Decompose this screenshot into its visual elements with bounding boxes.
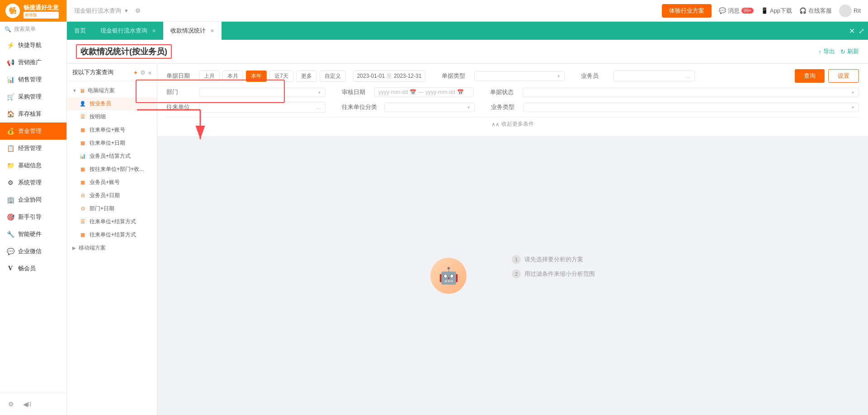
- pc-icon: 🖥: [80, 88, 85, 94]
- app-download-btn[interactable]: 📱 App下载: [761, 7, 792, 15]
- item-label: 按业务员: [90, 100, 111, 108]
- scheme-item-by-detail[interactable]: ☰ 按明细: [67, 110, 157, 123]
- marketing-icon: 📢: [6, 58, 14, 66]
- biz-type-select[interactable]: ▾: [524, 103, 859, 112]
- scheme-item-partner-account[interactable]: ▦ 往来单位+账号: [67, 123, 157, 137]
- tab-expand-icon[interactable]: ⤢: [859, 27, 864, 35]
- clock-icon: ⊙: [80, 193, 86, 199]
- main: 现金银行流水查询 ▾ ⚙ 体验行业方案 💬 消息 99+ 📱 App下载 🎧 在…: [67, 0, 868, 415]
- filter-actions: 查询 设置: [795, 69, 859, 83]
- sidebar-item-company[interactable]: 🏢 企业协同: [0, 191, 66, 208]
- calendar-icon[interactable]: 📅: [410, 89, 416, 95]
- sidebar-item-member[interactable]: V 畅会员: [0, 260, 66, 277]
- scheme-item-partner-date[interactable]: ▦ 往来单位+日期: [67, 137, 157, 150]
- date-btn-more[interactable]: 更多: [296, 71, 317, 82]
- sidebar-item-finance[interactable]: 💰 资金管理: [0, 123, 66, 140]
- scheme-add-icon[interactable]: +: [134, 69, 137, 76]
- filter-area: 单据日期 上月 本月 本年 近7天 更多 自定义 2023-01-01 至: [157, 64, 868, 137]
- salesman-select[interactable]: ...: [613, 71, 695, 81]
- hint-item-1: 1 请先选择要分析的方案: [512, 255, 583, 264]
- edition-badge: 标准版: [24, 12, 59, 19]
- tab-close-icon[interactable]: ✕: [210, 28, 214, 34]
- scheme-item-salesman-settle[interactable]: 📊 业务员+结算方式: [67, 150, 157, 163]
- sidebar-item-basic[interactable]: 📁 基础信息: [0, 157, 66, 174]
- arrow-right-icon: ▶: [72, 245, 76, 250]
- app-icon: 📱: [761, 7, 768, 14]
- scheme-settings-icon[interactable]: ⚙: [140, 69, 146, 76]
- collapse-filter-btn[interactable]: ∧∧ 收起更多条件: [166, 117, 859, 131]
- date-btn-this-month[interactable]: 本月: [222, 71, 243, 82]
- tab-collection[interactable]: 收款情况统计 ✕: [163, 22, 222, 40]
- sidebar-item-label: 智能硬件: [18, 230, 42, 238]
- date-btn-custom[interactable]: 自定义: [320, 71, 346, 82]
- scheme-item-salesman-date[interactable]: ⊙ 业务员+日期: [67, 189, 157, 202]
- quicknav-icon: ⚡: [6, 41, 14, 49]
- calendar-icon[interactable]: 📅: [457, 89, 464, 95]
- page-title: 收款情况统计(按业务员): [76, 44, 172, 59]
- basic-icon: 📁: [6, 161, 14, 170]
- scheme-group-header-mobile[interactable]: ▶ 移动端方案: [67, 241, 157, 255]
- date-btn-this-year[interactable]: 本年: [246, 71, 267, 82]
- sidebar-search[interactable]: 🔍 搜索菜单: [0, 22, 66, 37]
- page-wrapper: 收款情况统计(按业务员) ↑ 导出 ↻ 刷新 按以下方案查询 +: [67, 40, 868, 415]
- audit-date-to-placeholder: yyyy-mm-dd: [425, 89, 455, 95]
- sales-icon: 📊: [6, 75, 14, 84]
- sidebar-item-quicknav[interactable]: ⚡ 快捷导航: [0, 37, 66, 54]
- scheme-item-by-salesman[interactable]: 👤 按业务员: [67, 97, 157, 110]
- collapse-sidebar-btn[interactable]: ◀II: [21, 398, 33, 410]
- refresh-btn[interactable]: ↻ 刷新: [840, 47, 859, 56]
- scheme-item-partner-settle1[interactable]: ☰ 往来单位+结算方式: [67, 215, 157, 228]
- partner-label: 往来单位: [166, 103, 192, 111]
- date-dash: 至: [387, 72, 392, 80]
- settings-icon[interactable]: ⚙: [135, 7, 141, 14]
- sidebar-item-guide[interactable]: 🎯 新手引导: [0, 208, 66, 226]
- hardware-icon: 🔧: [6, 230, 14, 238]
- audit-date-input[interactable]: yyyy-mm-dd 📅 — yyyy-mm-dd 📅: [374, 87, 474, 97]
- query-btn[interactable]: 查询: [795, 69, 825, 83]
- dept-select[interactable]: ▾: [199, 88, 326, 97]
- date-btn-last-month[interactable]: 上月: [199, 71, 220, 82]
- settings-bottom-btn[interactable]: ⚙: [5, 398, 17, 410]
- date-to: 2023-12-31: [394, 73, 421, 79]
- sidebar-item-inventory[interactable]: 🏠 库存核算: [0, 105, 66, 123]
- date-btn-last7[interactable]: 近7天: [269, 71, 293, 82]
- biz-type-label: 业务类型: [491, 103, 516, 111]
- scheme-item-salesman-account[interactable]: ▦ 业务员+账号: [67, 176, 157, 189]
- chevron-up-icon: ∧∧: [491, 121, 500, 127]
- status-select[interactable]: ▾: [523, 88, 859, 97]
- scheme-group-header-pc[interactable]: ▼ 🖥 电脑端方案: [67, 84, 157, 97]
- sidebar-item-business[interactable]: 📋 经营管理: [0, 140, 66, 157]
- refresh-icon: ↻: [840, 48, 845, 55]
- sidebar-item-marketing[interactable]: 📢 营销推广: [0, 54, 66, 71]
- tab-home[interactable]: 首页: [67, 22, 93, 40]
- sidebar-item-system[interactable]: ⚙ 系统管理: [0, 174, 66, 191]
- sidebar-item-sales[interactable]: 📊 销售管理: [0, 71, 66, 88]
- scheme-item-partner-settle2[interactable]: ▦ 往来单位+结算方式: [67, 228, 157, 241]
- tab-close-all-icon[interactable]: ✕: [849, 27, 855, 35]
- empty-content: 🤖 1 请先选择要分析的方案 2 用过滤条件来缩小分析范围: [430, 258, 595, 294]
- user-area[interactable]: Rit: [839, 5, 861, 17]
- sidebar-item-wechat[interactable]: 💬 企业微信: [0, 243, 66, 260]
- export-btn[interactable]: ↑ 导出: [819, 47, 835, 56]
- try-btn[interactable]: 体验行业方案: [662, 4, 712, 18]
- dropdown-icon[interactable]: ▾: [125, 7, 128, 14]
- tab-close-icon[interactable]: ✕: [152, 28, 156, 34]
- date-range-input[interactable]: 2023-01-01 至 2023-12-31: [353, 71, 426, 82]
- hint-text-2: 用过滤条件来缩小分析范围: [524, 270, 595, 278]
- item-label: 按往来单位+部门+收...: [90, 165, 144, 173]
- breadcrumb-text: 现金银行流水查询: [74, 7, 121, 15]
- set-btn[interactable]: 设置: [828, 69, 859, 83]
- partner-type-select[interactable]: ▾: [384, 103, 475, 112]
- scheme-item-dept-date[interactable]: ⊙ 部门+日期: [67, 202, 157, 215]
- sidebar-item-purchase[interactable]: 🛒 采购管理: [0, 88, 66, 105]
- export-label: 导出: [823, 47, 835, 56]
- partner-input[interactable]: ...: [199, 102, 326, 113]
- msg-btn[interactable]: 💬 消息 99+: [719, 7, 754, 15]
- tab-cashflow[interactable]: 现金银行流水查询 ✕: [93, 22, 163, 40]
- sidebar-item-hardware[interactable]: 🔧 智能硬件: [0, 226, 66, 243]
- scheme-collapse-icon[interactable]: «: [148, 69, 151, 76]
- hint-text-1: 请先选择要分析的方案: [524, 255, 583, 264]
- type-select[interactable]: ▾: [474, 71, 565, 81]
- scheme-item-partner-dept-collect[interactable]: ▦ 按往来单位+部门+收...: [67, 163, 157, 176]
- service-btn[interactable]: 🎧 在线客服: [799, 7, 832, 15]
